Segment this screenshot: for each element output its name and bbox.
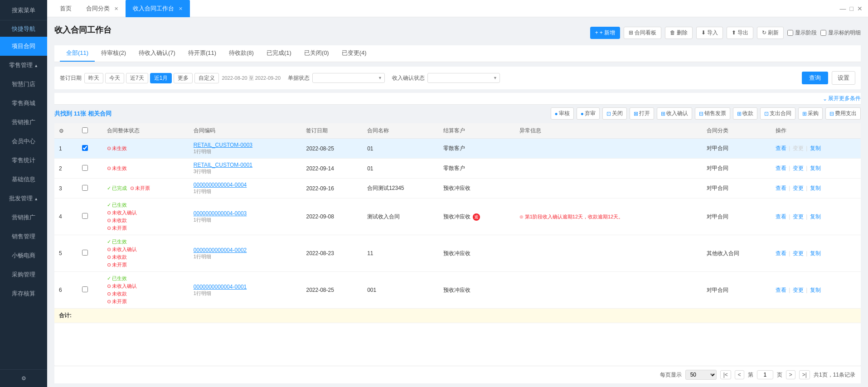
show-details-input[interactable]: [820, 30, 826, 36]
sidebar-item-inventory[interactable]: 库存核算: [0, 284, 47, 303]
contract-code-link[interactable]: 0000000000004-0002: [194, 247, 247, 253]
action-copy[interactable]: 复制: [810, 165, 821, 171]
page-prev-btn[interactable]: <: [735, 370, 744, 379]
collect-btn[interactable]: ⊞ 收款: [733, 107, 757, 120]
import-button[interactable]: ⬇ 导入: [696, 27, 723, 39]
audit-btn[interactable]: ● 审核: [551, 107, 574, 120]
filter-tab-completed[interactable]: 已完成(1): [260, 45, 298, 62]
expense-out-btn[interactable]: ⊟ 费用支出: [825, 107, 861, 120]
close-contract-btn[interactable]: ⊡ 关闭: [602, 107, 627, 120]
tab-income-workbench[interactable]: 收入合同工作台 ✕: [126, 0, 190, 17]
purchase-btn[interactable]: ⊞ 采购: [798, 107, 823, 120]
page-input[interactable]: [757, 370, 773, 379]
action-copy[interactable]: 复制: [810, 145, 821, 151]
date-btn-yesterday[interactable]: 昨天: [84, 73, 103, 83]
row-checkbox[interactable]: [78, 235, 102, 272]
action-view[interactable]: 查看: [776, 213, 786, 220]
sidebar-item-purchase-mgmt[interactable]: 采购管理: [0, 265, 47, 284]
sidebar-item-marketing2[interactable]: 营销推广: [0, 208, 47, 227]
sidebar-settings[interactable]: ⚙: [0, 369, 47, 387]
sidebar-item-member[interactable]: 会员中心: [0, 132, 47, 151]
expand-conditions-btn[interactable]: ⌄ 展开更多条件: [823, 95, 861, 102]
contract-code-link[interactable]: 0000000000004-0004: [194, 182, 247, 188]
date-btn-more[interactable]: 更多: [174, 73, 193, 83]
sidebar-item-retail-mgmt[interactable]: 零售管理 ▲: [0, 56, 47, 75]
sidebar-search[interactable]: 搜索菜单: [0, 0, 47, 20]
open-btn[interactable]: ⊠ 打开: [630, 107, 654, 120]
show-stages-check[interactable]: 显示阶段: [787, 29, 817, 37]
filter-tab-pending-review[interactable]: 待审核(2): [95, 45, 132, 62]
select-all-checkbox[interactable]: [82, 127, 88, 133]
action-copy[interactable]: 复制: [810, 250, 821, 256]
filter-tab-pending-income[interactable]: 待收入确认(7): [132, 45, 182, 62]
sidebar-item-retail-stats[interactable]: 零售统计: [0, 151, 47, 170]
setting-button[interactable]: 设置: [832, 71, 855, 85]
income-confirm-select[interactable]: [427, 73, 500, 83]
sidebar-item-xiao-ecom[interactable]: 小畅电商: [0, 246, 47, 265]
query-button[interactable]: 查询: [802, 72, 828, 84]
page-next-btn[interactable]: >: [786, 370, 795, 379]
filter-tab-all[interactable]: 全部(11): [60, 45, 95, 62]
row-checkbox[interactable]: [78, 139, 102, 159]
sidebar-item-sales-mgmt[interactable]: 销售管理: [0, 227, 47, 246]
sales-invoice-btn[interactable]: ⊟ 销售发票: [695, 107, 730, 120]
income-confirm-btn[interactable]: ⊞ 收入确认: [657, 107, 692, 120]
page-size-select[interactable]: 50 100: [685, 370, 717, 380]
date-btn-last7[interactable]: 近7天: [126, 73, 148, 83]
row-checkbox[interactable]: [78, 159, 102, 179]
date-btn-today[interactable]: 今天: [105, 73, 124, 83]
output-contract-btn[interactable]: ⊡ 支出合同: [760, 107, 795, 120]
tab-contract-cat[interactable]: 合同分类 ✕: [79, 0, 126, 17]
sidebar-item-wholesale-mgmt[interactable]: 批发管理 ▲: [0, 189, 47, 208]
contract-code-link[interactable]: 0000000000004-0003: [194, 210, 247, 217]
sidebar-item-smart-store[interactable]: 智慧门店: [0, 75, 47, 94]
tab-income-workbench-close[interactable]: ✕: [179, 0, 183, 17]
refresh-button[interactable]: ↻ 刷新: [757, 27, 784, 39]
sidebar-item-retail-mall[interactable]: 零售商城: [0, 94, 47, 113]
tab-contract-cat-close[interactable]: ✕: [114, 0, 118, 17]
action-change[interactable]: 变更: [793, 287, 804, 293]
contract-code-link[interactable]: 0000000000004-0001: [194, 284, 247, 290]
filter-tab-pending-payment[interactable]: 待收款(8): [223, 45, 260, 62]
action-copy[interactable]: 复制: [810, 287, 821, 293]
sidebar-quick-nav[interactable]: 快捷导航: [0, 20, 47, 37]
action-view[interactable]: 查看: [776, 145, 786, 151]
contract-code-link[interactable]: RETAIL_CUSTOM-0001: [194, 162, 252, 168]
action-copy[interactable]: 复制: [810, 185, 821, 191]
action-change[interactable]: 变更: [793, 213, 804, 220]
contract-code-link[interactable]: RETAIL_CUSTOM-0003: [194, 142, 252, 148]
action-view[interactable]: 查看: [776, 287, 786, 293]
date-btn-last1month[interactable]: 近1月: [150, 73, 172, 83]
filter-tab-pending-invoice[interactable]: 待开票(11): [182, 45, 223, 62]
maximize-btn[interactable]: □: [850, 5, 853, 12]
sidebar-item-marketing[interactable]: 营销推广: [0, 113, 47, 132]
filter-tab-closed[interactable]: 已关闭(0): [298, 45, 335, 62]
row-checkbox[interactable]: [78, 272, 102, 309]
panel-button[interactable]: ⊞ 合同看板: [624, 27, 661, 39]
export-button[interactable]: ⬆ 导出: [727, 27, 753, 39]
action-change[interactable]: 变更: [793, 250, 804, 256]
row-checkbox[interactable]: [78, 198, 102, 235]
col-settings[interactable]: ⚙: [54, 123, 78, 139]
tab-home[interactable]: 首页: [53, 0, 79, 17]
minimize-btn[interactable]: —: [840, 5, 846, 12]
delete-button[interactable]: 🗑 删除: [665, 27, 693, 39]
action-view[interactable]: 查看: [776, 165, 786, 171]
row-checkbox[interactable]: [78, 179, 102, 198]
close-btn[interactable]: ✕: [857, 5, 863, 12]
abandon-btn[interactable]: ● 弃审: [577, 107, 600, 120]
doc-status-select[interactable]: [312, 73, 385, 83]
action-view[interactable]: 查看: [776, 250, 786, 256]
action-copy[interactable]: 复制: [810, 213, 821, 220]
action-change[interactable]: 变更: [793, 165, 804, 171]
date-btn-custom[interactable]: 自定义: [194, 73, 219, 83]
show-stages-input[interactable]: [787, 30, 793, 36]
page-first-btn[interactable]: |<: [720, 370, 731, 379]
sidebar-item-basic-info[interactable]: 基础信息: [0, 170, 47, 189]
new-button[interactable]: + + 新增: [590, 27, 620, 39]
action-view[interactable]: 查看: [776, 185, 786, 191]
page-last-btn[interactable]: >|: [799, 370, 810, 379]
action-change[interactable]: 变更: [793, 185, 804, 191]
sidebar-item-project[interactable]: 项目合同: [0, 37, 47, 56]
show-details-check[interactable]: 显示标的明细: [820, 29, 861, 37]
